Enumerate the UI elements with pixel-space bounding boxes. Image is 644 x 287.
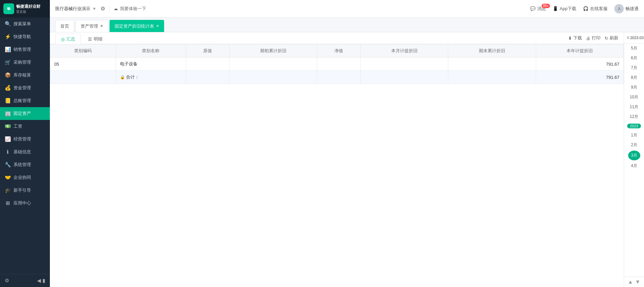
sidebar-item-basic-info[interactable]: ℹ 基础信息	[0, 146, 50, 158]
topbar-app-download[interactable]: 📱 App下载	[553, 6, 576, 12]
th-本年计提折旧: 本年计提折旧	[536, 44, 623, 58]
tab-asset-label: 资产管理	[81, 23, 98, 29]
date-month-2022-11[interactable]: 11月	[624, 102, 644, 112]
topbar-messages[interactable]: 💬 消息 99+	[530, 6, 546, 12]
date-panel-header: ✕ 2023.03 ⤢	[624, 32, 644, 43]
toolbar: ⬇ 下载 🖨 打印 ↻ 刷新	[568, 32, 618, 44]
user-avatar: 人	[614, 4, 624, 13]
sidebar-item-payroll[interactable]: 💵 工资	[0, 120, 50, 133]
sidebar-item-label-quick-nav: 快捷导航	[13, 34, 31, 40]
sidebar-item-inventory[interactable]: 📦 库存核算	[0, 69, 50, 82]
download-icon: ⬇	[568, 36, 572, 41]
date-month-2023-03[interactable]: 3月	[628, 151, 640, 160]
table-header: 类别编码类别名称原值期初累计折旧净值本月计提折旧期末累计折旧本年计提折旧	[50, 44, 624, 58]
th-期初累计折旧: 期初累计折旧	[229, 44, 317, 58]
sidebar-item-enterprise[interactable]: 🤝 企业协同	[0, 171, 50, 184]
sidebar-item-search[interactable]: 🔍 搜索菜单	[0, 18, 50, 30]
th-期末累计折旧: 期末累计折旧	[448, 44, 536, 58]
app-center-icon: ⊞	[5, 200, 11, 206]
sidebar-settings-icon[interactable]: ⚙	[5, 278, 9, 284]
year-group-2022: 5月6月7月8月9月10月11月12月	[624, 43, 644, 122]
date-month-2023-02[interactable]: 2月	[624, 140, 644, 150]
print-button[interactable]: 🖨 打印	[586, 35, 601, 41]
date-month-2023-01[interactable]: 1月	[624, 130, 644, 140]
subtab-summary[interactable]: ◎ 汇总	[55, 34, 81, 44]
page-main: ◎ 汇总 ☰ 明细 ⬇ 下载 🖨 打印	[50, 32, 624, 287]
sidebar-item-label-app-center: 应用中心	[13, 200, 31, 206]
tab-asset-close-icon[interactable]: ✕	[100, 24, 103, 28]
sidebar-item-ledger[interactable]: 📒 总账管理	[0, 94, 50, 107]
topbar-settings-icon[interactable]: ⚙	[100, 5, 105, 12]
experience-text: 我要体验一下	[120, 6, 146, 12]
sidebar-scroll[interactable]: 🔍 搜索菜单 ⚡ 快捷导航 📊 销售管理 🛒 采购管理 📦 库存核算 💰 资金管…	[0, 18, 50, 274]
download-button[interactable]: ⬇ 下载	[568, 35, 582, 41]
date-next-icon[interactable]: ▼	[635, 279, 641, 285]
date-month-2022-08[interactable]: 8月	[624, 73, 644, 83]
app-name: 畅捷通好业财	[16, 4, 40, 9]
message-badge: 99+	[542, 4, 550, 8]
date-month-2022-09[interactable]: 9月	[624, 83, 644, 92]
content-area: ◎ 汇总 ☰ 明细 ⬇ 下载 🖨 打印	[50, 32, 644, 287]
date-prev-icon[interactable]: ▲	[628, 279, 633, 285]
subtab-detail-icon: ☰	[88, 37, 92, 42]
date-month-2022-07[interactable]: 7月	[624, 63, 644, 73]
date-panel-body: 5月6月7月8月9月10月11月12月20231月2月3月4月	[624, 43, 644, 277]
table-body: 05电子设备791.67🔒 合计：791.67	[50, 58, 624, 84]
sidebar: 畅 畅捷通好业财 普及版 🔍 搜索菜单 ⚡ 快捷导航 📊 销售管理 🛒 采购管理…	[0, 0, 50, 287]
table-wrapper: 类别编码类别名称原值期初累计折旧净值本月计提折旧期末累计折旧本年计提折旧 05电…	[50, 44, 624, 287]
topbar: 医疗器械行业演示 ▼ ⚙ ☁ 我要体验一下 💬 消息 99+ 📱 App下载 🎧…	[50, 0, 644, 18]
date-month-2022-12[interactable]: 12月	[624, 112, 644, 122]
inventory-icon: 📦	[5, 72, 11, 78]
tab-depreciation-close-icon[interactable]: ✕	[156, 24, 159, 28]
guide-icon: 🎓	[5, 187, 11, 193]
sidebar-item-label-payroll: 工资	[13, 123, 22, 129]
year-group-2023: 1月2月3月4月	[624, 130, 644, 171]
sidebar-item-label-basic-info: 基础信息	[13, 149, 31, 155]
fixed-assets-icon: 🏢	[5, 110, 11, 117]
sidebar-item-guide[interactable]: 🎓 新手引导	[0, 184, 50, 197]
sidebar-item-label-purchase: 采购管理	[13, 59, 31, 65]
date-month-2022-06[interactable]: 6月	[624, 53, 644, 63]
basic-info-icon: ℹ	[5, 149, 11, 155]
tabbar: 首页 资产管理 ✕ 固定资产折旧统计表 ✕	[50, 18, 644, 32]
company-name: 医疗器械行业演示	[55, 6, 90, 12]
topbar-customer-service[interactable]: 🎧 在线客服	[583, 6, 608, 12]
sidebar-item-system[interactable]: 🔧 系统管理	[0, 158, 50, 171]
finance-icon: 💰	[5, 85, 11, 91]
sidebar-item-label-system: 系统管理	[13, 162, 31, 168]
main-area: 医疗器械行业演示 ▼ ⚙ ☁ 我要体验一下 💬 消息 99+ 📱 App下载 🎧…	[50, 0, 644, 287]
experience-icon: ☁	[114, 6, 118, 11]
tab-depreciation-report[interactable]: 固定资产折旧统计表 ✕	[110, 20, 164, 32]
sidebar-item-label-inventory: 库存核算	[13, 72, 31, 78]
sidebar-item-sales[interactable]: 📊 销售管理	[0, 43, 50, 56]
app-version: 普及版	[16, 9, 40, 14]
date-month-2022-10[interactable]: 10月	[624, 92, 644, 102]
tab-asset-management[interactable]: 资产管理 ✕	[75, 20, 108, 32]
table-total-row: 🔒 合计：791.67	[50, 71, 624, 84]
sidebar-item-finance[interactable]: 💰 资金管理	[0, 82, 50, 94]
sidebar-item-operations[interactable]: 📈 经营管理	[0, 133, 50, 146]
tab-home[interactable]: 首页	[55, 20, 74, 32]
sidebar-item-app-center[interactable]: ⊞ 应用中心	[0, 197, 50, 210]
sidebar-item-label-guide: 新手引导	[13, 187, 31, 193]
customer-service-icon: 🎧	[583, 6, 588, 11]
purchase-icon: 🛒	[5, 59, 11, 65]
date-month-2022-05[interactable]: 5月	[624, 43, 644, 53]
topbar-experience[interactable]: ☁ 我要体验一下	[114, 6, 146, 12]
refresh-button[interactable]: ↻ 刷新	[605, 35, 618, 41]
date-panel-close-icon[interactable]: ✕	[626, 35, 630, 40]
topbar-user[interactable]: 人 畅捷通	[614, 4, 639, 13]
topbar-company[interactable]: 医疗器械行业演示 ▼	[55, 6, 96, 12]
quick-nav-icon: ⚡	[5, 34, 11, 40]
sidebar-collapse-icon[interactable]: ◀ ▮	[37, 278, 45, 284]
sidebar-item-quick-nav[interactable]: ⚡ 快捷导航	[0, 30, 50, 43]
topbar-right: 💬 消息 99+ 📱 App下载 🎧 在线客服 人 畅捷通	[530, 4, 639, 13]
payroll-icon: 💵	[5, 123, 11, 129]
sidebar-item-fixed-assets[interactable]: 🏢 固定资产	[0, 107, 50, 120]
sidebar-item-purchase[interactable]: 🛒 采购管理	[0, 56, 50, 69]
subtab-detail[interactable]: ☰ 明细	[82, 34, 108, 44]
sidebar-header: 畅 畅捷通好业财 普及版	[0, 0, 50, 18]
date-month-2023-04[interactable]: 4月	[624, 161, 644, 171]
sidebar-item-label-enterprise: 企业协同	[13, 174, 31, 181]
subtab-summary-label: 汇总	[66, 36, 75, 42]
